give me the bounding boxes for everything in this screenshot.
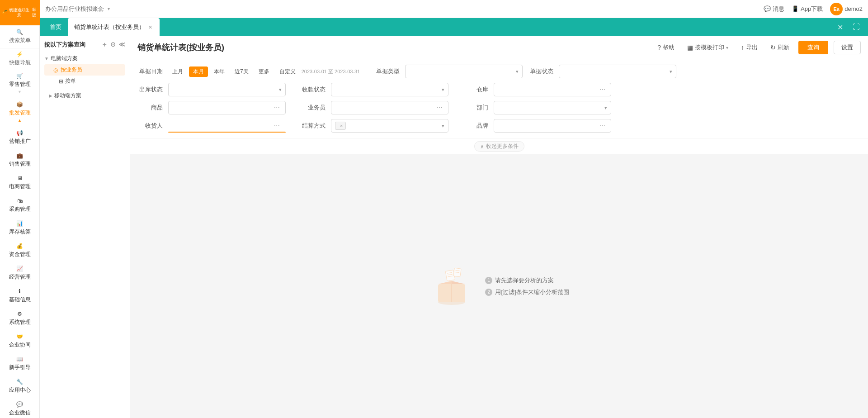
help-btn[interactable]: ? 帮助 xyxy=(654,42,678,53)
operations-label: 经营管理 xyxy=(9,273,31,281)
date-pill-custom[interactable]: 自定义 xyxy=(275,66,300,77)
scheme-item-by-salesperson[interactable]: ◎ 按业务员 xyxy=(44,64,125,76)
right-panel: 销货单统计表(按业务员) ? 帮助 ▦ 按模板打印 ▾ ↑ xyxy=(130,36,868,418)
filter-row-4: 收货人 ··· 结算方式 × xyxy=(137,119,861,133)
sidebar-item-sales[interactable]: 💼 销售管理 xyxy=(0,149,39,171)
brand-dots[interactable]: ··· xyxy=(598,122,607,130)
salesperson-scheme-icon: ◎ xyxy=(53,67,58,73)
scheme-group-desktop-header[interactable]: ▼ 电脑端方案 xyxy=(44,53,125,64)
doc-status-field: ▾ xyxy=(559,65,676,78)
goods-input[interactable]: ··· xyxy=(168,101,286,114)
settlement-label: 结算方式 xyxy=(300,122,326,130)
tab-home[interactable]: 首页 xyxy=(43,18,68,36)
sidebar-item-wechat[interactable]: 💬 企业微信 xyxy=(0,398,39,418)
sidebar-item-wholesale[interactable]: 📦 批发管理 ▲ xyxy=(0,98,39,126)
tab-close-icon[interactable]: ✕ xyxy=(147,24,153,31)
guide-icon: 📖 xyxy=(16,356,23,362)
warehouse-dots[interactable]: ··· xyxy=(598,86,607,94)
ecommerce-label: 电商管理 xyxy=(9,183,31,190)
mobile-group-header[interactable]: ▶ 移动端方案 xyxy=(44,90,125,101)
settlement-tag-remove[interactable]: × xyxy=(340,123,343,128)
order-scheme-icon: ⊞ xyxy=(59,78,63,85)
consignee-dots[interactable]: ··· xyxy=(272,122,282,130)
date-pill-this-year[interactable]: 本年 xyxy=(210,66,229,77)
mobile-group-triangle: ▶ xyxy=(49,93,52,98)
date-label: 单据日期 xyxy=(137,67,163,76)
warehouse-input[interactable]: ··· xyxy=(494,83,611,96)
salesperson-scheme-label: 按业务员 xyxy=(61,66,82,74)
refresh-btn[interactable]: ↻ 刷新 xyxy=(767,42,793,53)
retail-label: 零售管理 xyxy=(9,81,31,88)
purchase-icon: 🛍 xyxy=(17,198,23,204)
date-pill-this-month[interactable]: 本月 xyxy=(189,66,208,77)
pay-status-arrow: ▾ xyxy=(442,87,444,93)
inventory-label: 库存核算 xyxy=(9,228,31,236)
doc-type-select[interactable]: ▾ xyxy=(405,65,523,78)
add-scheme-btn[interactable]: ＋ xyxy=(101,41,108,49)
tab-minimize-btn[interactable]: ✕ xyxy=(834,21,846,33)
goods-dots[interactable]: ··· xyxy=(272,104,282,112)
template-print-btn[interactable]: ▦ 按模板打印 ▾ xyxy=(684,42,732,53)
sidebar-item-ecommerce[interactable]: 🖥 电商管理 xyxy=(0,171,39,194)
sidebar-item-enterprise[interactable]: 🤝 企业协同 xyxy=(0,330,39,352)
filter-area: 单据日期 上月 本月 本年 近7天 更多 自定义 2023-03-01 至 20… xyxy=(130,59,868,138)
left-panel-icons: ＋ ⊙ ≪ xyxy=(101,41,125,49)
empty-state: 1 请先选择要分析的方案 2 用[过滤]条件来缩小分析范围 xyxy=(429,264,569,309)
query-button[interactable]: 查询 xyxy=(798,41,828,54)
brand-field: ··· xyxy=(494,119,611,133)
finance-label: 资金管理 xyxy=(9,251,31,258)
sidebar-search-btn[interactable]: 🔍 搜索菜单 xyxy=(0,25,39,48)
dept-field: ▾ xyxy=(494,101,611,114)
sidebar-item-system[interactable]: ⚙ 系统管理 xyxy=(0,307,39,330)
message-btn[interactable]: 💬 消息 xyxy=(764,5,784,13)
empty-tip-2: 2 用[过滤]条件来缩小分析范围 xyxy=(485,288,569,296)
sidebar-item-purchase[interactable]: 🛍 采购管理 xyxy=(0,194,39,217)
settings-scheme-btn[interactable]: ⊙ xyxy=(110,41,116,49)
doc-status-select[interactable]: ▾ xyxy=(559,65,676,78)
sidebar-item-retail[interactable]: 🛒 零售管理 ▼ xyxy=(0,69,39,98)
page-header: 销货单统计表(按业务员) ? 帮助 ▦ 按模板打印 ▾ ↑ xyxy=(130,36,868,59)
out-status-label: 出库状态 xyxy=(137,86,163,94)
appstore-icon: 🔧 xyxy=(16,379,23,385)
salesperson-dots[interactable]: ··· xyxy=(435,104,444,112)
sidebar-item-marketing[interactable]: 📢 营销推广 xyxy=(0,126,39,149)
dept-select[interactable]: ▾ xyxy=(494,101,611,114)
sidebar-item-appstore[interactable]: 🔧 应用中心 xyxy=(0,375,39,398)
reset-button[interactable]: 设置 xyxy=(834,41,861,54)
sidebar-logo: 🍊 畅捷通好生意 标版 xyxy=(0,0,40,25)
scheme-group-mobile: ▶ 移动端方案 xyxy=(44,88,125,103)
settlement-tag: × xyxy=(335,122,346,130)
sidebar-item-guide[interactable]: 📖 新手引导 xyxy=(0,352,39,375)
sidebar-item-inventory[interactable]: 📊 库存核算 xyxy=(0,217,39,239)
settlement-field: × ▾ xyxy=(331,119,448,133)
wechat-label: 企业微信 xyxy=(9,409,31,417)
scheme-section: ▼ 电脑端方案 ◎ 按业务员 ⊞ 按单 ▶ 移动端方案 xyxy=(40,52,130,103)
salesperson-input[interactable]: ··· xyxy=(331,101,448,114)
out-status-select[interactable]: ▾ xyxy=(168,83,286,96)
brand-input[interactable]: ··· xyxy=(494,119,611,133)
sidebar-item-operations[interactable]: 📈 经营管理 xyxy=(0,262,39,285)
tab-maximize-btn[interactable]: ⛶ xyxy=(850,21,863,33)
date-pill-7days[interactable]: 近7天 xyxy=(231,66,253,77)
export-btn[interactable]: ↑ 导出 xyxy=(737,42,761,53)
date-pill-more[interactable]: 更多 xyxy=(255,66,274,77)
goods-label: 商品 xyxy=(137,104,163,112)
topbar-right: 💬 消息 📱 App下载 Ea demo2 xyxy=(764,3,863,15)
scheme-item-by-order[interactable]: ⊞ 按单 xyxy=(44,76,125,86)
collapse-panel-btn[interactable]: ≪ xyxy=(118,41,125,49)
logo-text: 畅捷通好生意 xyxy=(8,8,31,18)
consignee-input[interactable]: ··· xyxy=(168,119,286,133)
date-pill-last-month[interactable]: 上月 xyxy=(168,66,187,77)
sidebar-item-basic[interactable]: ℹ 基础信息 xyxy=(0,285,39,307)
settlement-select[interactable]: × ▾ xyxy=(331,119,448,133)
filter-row-1: 单据日期 上月 本月 本年 近7天 更多 自定义 2023-03-01 至 20… xyxy=(137,65,861,78)
pay-status-select[interactable]: ▾ xyxy=(331,83,448,96)
topbar-dropdown-icon[interactable]: ▾ xyxy=(108,6,110,11)
collapse-btn[interactable]: ∧ 收起更多条件 xyxy=(474,141,524,152)
user-menu-btn[interactable]: Ea demo2 xyxy=(830,3,863,15)
sidebar-item-finance[interactable]: 💰 资金管理 xyxy=(0,239,39,262)
scheme-group-desktop: ▼ 电脑端方案 ◎ 按业务员 ⊞ 按单 xyxy=(44,52,125,88)
app-download-btn[interactable]: 📱 App下载 xyxy=(792,5,823,13)
sidebar-item-quick-nav[interactable]: ⚡ 快捷导航 xyxy=(0,48,39,67)
tab-sales-stats[interactable]: 销货单统计表（按业务员） ✕ xyxy=(68,18,160,36)
